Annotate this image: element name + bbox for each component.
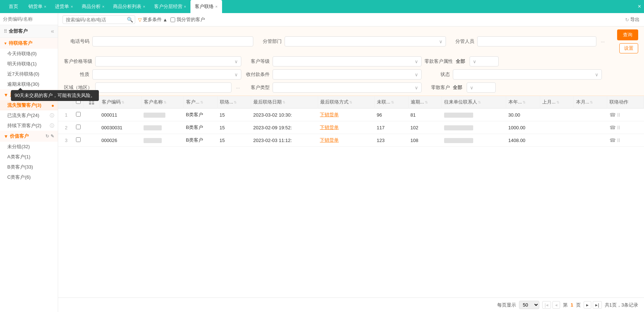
- sidebar-item-ungrouped[interactable]: 未分组(32): [0, 142, 58, 152]
- footer-last-page[interactable]: ▸|: [593, 301, 601, 309]
- th-contact-sort-icon[interactable]: ⇅: [234, 100, 237, 104]
- sidebar-item-risk-warning[interactable]: 流失预警客户(3) ●: [0, 100, 58, 110]
- sidebar-item-week[interactable]: 近7天待联络(0): [0, 69, 58, 79]
- sidebar-item-class-a[interactable]: A类客户(1): [0, 152, 58, 162]
- th-name-sort-icon[interactable]: ⇅: [164, 100, 166, 104]
- row3-last-method-link[interactable]: 下销货单: [320, 137, 339, 143]
- filter-price-level-select[interactable]: ∨: [95, 56, 241, 66]
- th-code-sort-icon[interactable]: ⇅: [121, 100, 124, 104]
- row2-more-icon[interactable]: ⁞⁞: [617, 125, 620, 130]
- footer-first-page[interactable]: |◂: [542, 301, 551, 309]
- th-unit-contact-sort[interactable]: 往来单位联系人 ⇅: [444, 99, 504, 105]
- th-last-month-sort-icon[interactable]: ⇅: [556, 100, 559, 104]
- filter-payment-select[interactable]: ∨: [273, 69, 422, 80]
- sidebar-item-today[interactable]: 今天待联络(0): [0, 49, 58, 59]
- filter-phone-input[interactable]: [92, 36, 253, 46]
- filter-retail-attr-select[interactable]: ∨: [470, 56, 499, 66]
- filter-dept-select[interactable]: ∨: [285, 36, 446, 46]
- tab-purchase[interactable]: 进货单 ×: [51, 0, 77, 13]
- th-type-sort-icon[interactable]: ⇅: [200, 100, 203, 104]
- search-input[interactable]: [66, 17, 127, 23]
- sidebar-collapse-icon[interactable]: «: [51, 28, 54, 35]
- search-button-icon[interactable]: 🔍: [127, 17, 133, 23]
- filter-nature-select[interactable]: ∨: [92, 69, 241, 80]
- filter-region-more[interactable]: ···: [234, 85, 241, 90]
- row2-checkbox[interactable]: [76, 125, 81, 129]
- row1-last-method[interactable]: 下销货单: [318, 109, 374, 121]
- th-last-method-sort-icon[interactable]: ⇅: [349, 100, 352, 104]
- th-unit-contact-sort-icon[interactable]: ⇅: [478, 100, 481, 104]
- customer-table: 客户编码 ⇅ 客户名称 ⇅ 客户...: [58, 96, 644, 147]
- sidebar-item-class-b[interactable]: B类客户(33): [0, 162, 58, 172]
- row1-contact-icon[interactable]: ☎: [609, 112, 616, 118]
- tab-home[interactable]: 首页: [3, 0, 24, 13]
- value-group-header[interactable]: ▼ 价值客户 ↻ ✎: [0, 131, 58, 142]
- sidebar-all-customers-header[interactable]: ⠿ 全部客户 «: [0, 25, 58, 38]
- th-this-year-sort[interactable]: 本年... ⇅: [508, 99, 538, 105]
- row3-checkbox[interactable]: [76, 137, 81, 142]
- th-no-contact-sort-icon[interactable]: ⇅: [391, 100, 394, 104]
- tab-sales-close[interactable]: ×: [44, 0, 46, 13]
- sidebar-search-input[interactable]: [3, 16, 58, 22]
- th-no-contact-sort[interactable]: 未联... ⇅: [377, 99, 406, 105]
- row3-more-icon[interactable]: ⁞⁞: [617, 137, 620, 143]
- th-type-sort[interactable]: 客户... ⇅: [186, 99, 215, 105]
- filter-customer-type-select[interactable]: ∨: [273, 82, 422, 93]
- sidebar-item-tomorrow[interactable]: 明天待联络(1): [0, 59, 58, 69]
- refresh-icon[interactable]: ↻: [45, 134, 49, 139]
- tab-customer-tier[interactable]: 客户分层经营 ×: [150, 0, 190, 13]
- edit-icon[interactable]: ✎: [51, 134, 54, 139]
- th-last-month-sort[interactable]: 上月... ⇅: [542, 99, 571, 105]
- row2-last-method-link[interactable]: 下销货单: [320, 125, 339, 130]
- tab-product-analysis-close[interactable]: ×: [102, 0, 104, 13]
- tab-purchase-close[interactable]: ×: [71, 0, 73, 13]
- window-close-icon[interactable]: ×: [638, 3, 641, 10]
- th-name-sort[interactable]: 客户名称 ⇅: [144, 99, 181, 105]
- sidebar-item-overdue[interactable]: 逾期未联络(30): [0, 79, 58, 89]
- filter-retail-customer-select[interactable]: ∨: [467, 82, 496, 93]
- my-customers-check[interactable]: [170, 17, 175, 22]
- th-this-year-sort-icon[interactable]: ⇅: [523, 100, 526, 104]
- query-button[interactable]: 查询: [617, 29, 638, 40]
- export-button[interactable]: ↻ 导出: [625, 16, 640, 23]
- footer-next-page[interactable]: ▸: [584, 301, 591, 309]
- tab-product-analysis-list-close[interactable]: ×: [143, 0, 145, 13]
- th-this-month-sort-icon[interactable]: ⇅: [590, 100, 593, 104]
- filter-manager-more[interactable]: ···: [599, 39, 606, 44]
- tab-customer-contact[interactable]: 客户联络 ×: [190, 0, 222, 13]
- sidebar-item-declining[interactable]: 持续下滑客户(2) ⓘ: [0, 121, 58, 131]
- th-last-date-sort-icon[interactable]: ⇅: [282, 100, 285, 104]
- row1-checkbox[interactable]: [76, 112, 81, 117]
- footer-prev-page[interactable]: ◂: [552, 301, 560, 309]
- th-overdue-sort-icon[interactable]: ⇅: [425, 100, 428, 104]
- th-last-method-sort[interactable]: 最后联络方式 ⇅: [320, 99, 372, 105]
- row2-contact-icon[interactable]: ☎: [609, 125, 616, 130]
- filter-manager-select[interactable]: [477, 36, 596, 46]
- filter-status-select[interactable]: ∨: [453, 69, 602, 80]
- tab-sales[interactable]: 销货单 ×: [24, 0, 51, 13]
- tab-customer-tier-close[interactable]: ×: [184, 0, 186, 13]
- row3-contact-icon[interactable]: ☎: [609, 137, 616, 143]
- more-conditions-button[interactable]: ▽ 更多条件 ▲: [138, 16, 168, 23]
- sidebar-item-lost[interactable]: 已流失客户(24) ⓘ: [0, 110, 58, 121]
- th-contact-sort[interactable]: 联络... ⇅: [220, 99, 249, 105]
- row1-last-method-link[interactable]: 下销货单: [320, 112, 339, 117]
- filter-region-select[interactable]: [95, 82, 232, 93]
- th-this-month-sort[interactable]: 本月... ⇅: [576, 99, 605, 105]
- th-overdue-sort[interactable]: 逾期... ⇅: [411, 99, 440, 105]
- filter-customer-level-select[interactable]: ∨: [273, 56, 422, 66]
- row2-last-method[interactable]: 下销货单: [318, 121, 374, 134]
- sidebar-item-class-b-label: B类客户(33): [7, 164, 33, 170]
- footer-per-page-select[interactable]: 50 100 200: [519, 301, 539, 309]
- tab-customer-contact-close[interactable]: ×: [215, 0, 217, 13]
- th-last-date-sort[interactable]: 最后联络日期 ⇅: [253, 99, 315, 105]
- tab-product-analysis-list[interactable]: 商品分析列表 ×: [109, 0, 149, 13]
- settings-button[interactable]: 设置: [619, 43, 638, 53]
- pending-group-header[interactable]: ▼ 待联络客户: [0, 38, 58, 49]
- tab-product-analysis[interactable]: 商品分析 ×: [77, 0, 109, 13]
- sidebar-item-class-c[interactable]: C类客户(6): [0, 172, 58, 182]
- my-customers-checkbox[interactable]: 我分管的客户: [170, 16, 205, 23]
- row1-more-icon[interactable]: ⁞⁞: [617, 112, 620, 118]
- row3-last-method[interactable]: 下销货单: [318, 134, 374, 147]
- th-code-sort[interactable]: 客户编码 ⇅: [102, 99, 139, 105]
